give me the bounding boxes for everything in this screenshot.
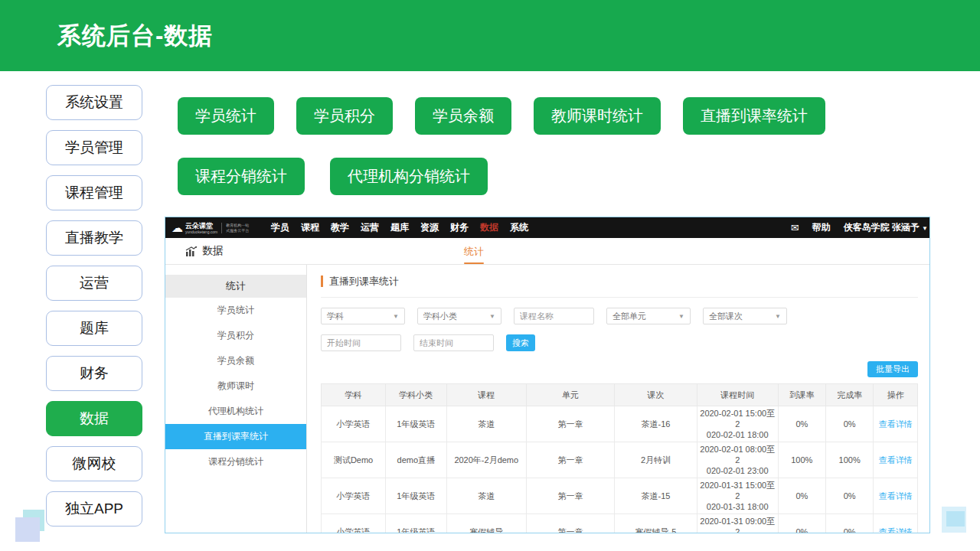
app-top-menu-item[interactable]: 系统	[510, 221, 528, 234]
cell-action: 查看详情	[874, 514, 918, 534]
table-header-cell: 课次	[615, 384, 697, 406]
table-header-cell: 单元	[526, 384, 614, 406]
side-menu-item[interactable]: 学员余额	[165, 348, 306, 373]
app-top-menu-item[interactable]: 课程	[301, 221, 319, 234]
tab-statistics[interactable]: 统计	[464, 238, 484, 265]
cell-completion-rate: 0%	[825, 406, 873, 442]
sidebar-button[interactable]: 题库	[46, 311, 142, 346]
cell-category: demo直播	[386, 442, 446, 478]
app-top-menu-item[interactable]: 数据	[480, 221, 498, 234]
mail-icon[interactable]: ✉	[791, 222, 799, 233]
subject-subcategory-select[interactable]: 学科小类 ▼	[417, 308, 501, 324]
cell-category: 1年级英语	[386, 406, 446, 442]
quick-stat-button[interactable]: 直播到课率统计	[683, 97, 825, 135]
sidebar-button-label: 运营	[80, 273, 109, 293]
sidebar-button-label: 独立APP	[65, 499, 123, 519]
sidebar-button[interactable]: 运营	[46, 266, 142, 301]
quick-stat-button[interactable]: 课程分销统计	[178, 158, 305, 195]
table-header-cell: 到课率	[778, 384, 825, 406]
unit-select[interactable]: 全部单元 ▼	[606, 308, 691, 324]
filter-row-1: 学科 ▼ 学科小类 ▼ 全部单元 ▼ 全部课次 ▼	[321, 308, 918, 324]
bar-chart-icon	[185, 246, 198, 256]
app-side-menu: 统计 学员统计 学员积分 学员余额 教师课时 代理机构统计 直播到课率统计 课程…	[165, 265, 307, 533]
side-menu-header: 统计	[165, 275, 306, 298]
app-top-menu-item[interactable]: 学员	[271, 221, 289, 234]
cell-completion-rate: 100%	[825, 442, 873, 478]
table-header-cell: 课程	[446, 384, 526, 406]
sidebar: 系统设置 学员管理 课程管理 直播教学 运营 题库 财务 数据 微网校	[46, 85, 142, 536]
app-top-menu-item[interactable]: 运营	[361, 221, 379, 234]
app-top-menu: 学员 课程 教学 运营 题库 资源 财务 数据 系统	[271, 221, 528, 234]
quick-stat-button[interactable]: 学员余额	[415, 97, 511, 135]
quick-stat-button[interactable]: 学员统计	[178, 97, 274, 135]
app-top-nav: ☁ 云朵课堂 yunduoketang.com 教育机构一站 式服务云平台 学员…	[165, 217, 929, 238]
side-menu-item[interactable]: 学员统计	[165, 298, 306, 323]
table-row: 小学英语 1年级英语 茶道 第一章 茶道-16 2020-02-01 15:00…	[322, 406, 918, 442]
app-top-menu-item[interactable]: 题库	[390, 221, 409, 234]
side-menu-item[interactable]: 课程分销统计	[165, 449, 306, 474]
sidebar-button[interactable]: 微网校	[46, 446, 142, 481]
logo-divider	[221, 223, 222, 233]
account-menu[interactable]: 侠客岛学院 张涵予▼	[844, 221, 928, 234]
sidebar-button[interactable]: 系统设置	[46, 85, 142, 120]
logo-domain: yunduoketang.com	[185, 230, 217, 234]
table-row: 测试Demo demo直播 2020年-2月demo 第一章 2月特训 2020…	[322, 442, 918, 478]
cell-attendance-rate: 100%	[778, 442, 825, 478]
table-header-cell: 学科	[322, 384, 386, 406]
export-row: 批量导出	[321, 361, 918, 377]
side-menu-item[interactable]: 代理机构统计	[165, 399, 306, 424]
chevron-down-icon: ▼	[922, 225, 928, 232]
side-menu-item[interactable]: 教师课时	[165, 373, 306, 399]
cell-lesson: 2月特训	[615, 442, 697, 478]
sidebar-button[interactable]: 数据	[46, 401, 142, 436]
search-button[interactable]: 搜索	[506, 334, 535, 351]
view-details-link[interactable]: 查看详情	[879, 491, 913, 500]
cell-completion-rate: 0%	[825, 478, 873, 514]
app-top-menu-item[interactable]: 资源	[420, 221, 439, 234]
table-row: 小学英语 1年级英语 茶道 第一章 茶道-15 2020-01-31 15:00…	[322, 478, 918, 514]
quick-stat-button-label: 学员统计	[195, 106, 256, 126]
panel-title-row: 直播到课率统计	[321, 275, 918, 298]
sidebar-button[interactable]: 独立APP	[46, 491, 142, 527]
start-time-input[interactable]	[321, 334, 401, 351]
quick-stat-button[interactable]: 学员积分	[296, 97, 393, 135]
attendance-table: 学科 学科小类 课程 单元 课次 课程时间 到课率	[321, 383, 918, 533]
quick-stat-button[interactable]: 教师课时统计	[534, 97, 661, 135]
sidebar-button-label: 课程管理	[65, 183, 123, 203]
quick-stat-button[interactable]: 代理机构分销统计	[330, 158, 488, 195]
cell-lesson: 茶道-15	[615, 478, 697, 514]
course-name-input[interactable]	[514, 308, 594, 324]
lesson-select[interactable]: 全部课次 ▼	[703, 308, 787, 324]
sidebar-button-label: 财务	[80, 364, 109, 383]
cell-course: 寒假辅导	[446, 514, 526, 534]
sidebar-button-label: 系统设置	[65, 93, 123, 112]
subject-select[interactable]: 学科 ▼	[321, 308, 405, 324]
decoration-square-lavender	[15, 517, 40, 542]
app-top-menu-item[interactable]: 教学	[331, 221, 349, 234]
view-details-link[interactable]: 查看详情	[879, 455, 913, 465]
quick-stat-button-label: 学员积分	[314, 106, 375, 126]
cell-subject: 测试Demo	[322, 442, 386, 478]
batch-export-button[interactable]: 批量导出	[867, 361, 918, 377]
cell-lesson: 寒假辅导-5	[615, 514, 697, 534]
help-link[interactable]: 帮助	[812, 221, 831, 234]
app-sub-nav: 数据 统计	[165, 238, 929, 265]
quick-stat-button-label: 代理机构分销统计	[348, 166, 470, 187]
sidebar-button[interactable]: 直播教学	[46, 220, 142, 256]
app-top-menu-item[interactable]: 财务	[450, 221, 469, 234]
side-menu-item[interactable]: 直播到课率统计	[165, 424, 306, 449]
sidebar-button-label: 微网校	[73, 454, 116, 474]
cell-action: 查看详情	[874, 406, 918, 442]
view-details-link[interactable]: 查看详情	[879, 527, 913, 533]
cell-time: 2020-01-31 15:00至2 020-01-31 18:00	[697, 478, 778, 514]
panel-title: 直播到课率统计	[321, 276, 399, 287]
sidebar-button[interactable]: 财务	[46, 356, 142, 391]
sidebar-button[interactable]: 学员管理	[46, 130, 142, 165]
quick-stat-button-label: 课程分销统计	[195, 166, 287, 187]
sidebar-button-label: 直播教学	[65, 228, 123, 248]
quick-buttons-row2: 课程分销统计 代理机构分销统计	[178, 158, 488, 195]
side-menu-item[interactable]: 学员积分	[165, 323, 306, 348]
end-time-input[interactable]	[413, 334, 494, 351]
sidebar-button[interactable]: 课程管理	[46, 175, 142, 210]
view-details-link[interactable]: 查看详情	[879, 419, 913, 429]
